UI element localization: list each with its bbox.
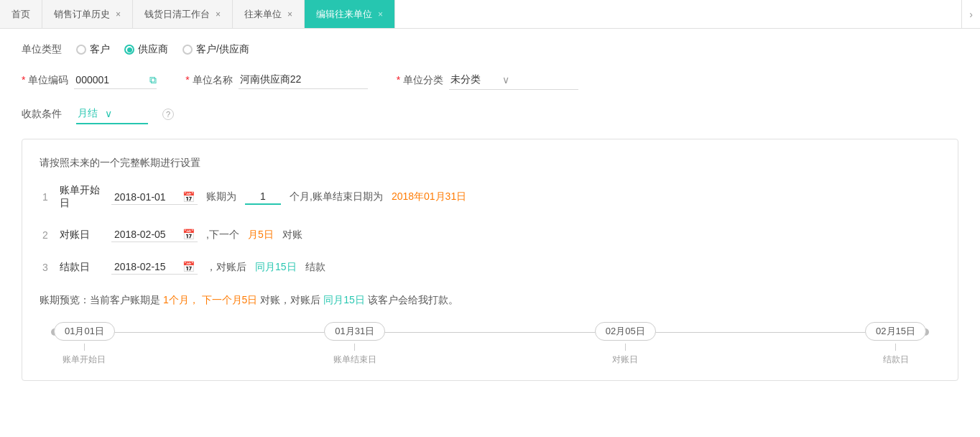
unit-name-input[interactable]: [239, 71, 368, 89]
copy-icon[interactable]: ⧉: [149, 74, 157, 86]
setting-row-2: 2 对账日 📅 ,下一个 月5日 对账: [40, 227, 940, 242]
payment-label: 收款条件: [22, 108, 62, 121]
radio-supplier-circle: [124, 45, 134, 55]
payment-value: 月结: [78, 107, 98, 120]
unit-type-radio-group: 客户 供应商 客户/供应商: [76, 43, 249, 56]
radio-both-label: 客户/供应商: [196, 43, 249, 56]
row-2-calendar-icon[interactable]: 📅: [182, 229, 195, 240]
timeline-point-4: 02月15日 结款日: [865, 322, 926, 366]
unit-code-input[interactable]: [74, 71, 146, 88]
timeline-label-1: 01月01日: [54, 322, 115, 341]
preview-part3: 同月15日: [323, 294, 365, 305]
payment-row: 收款条件 月结 ∨ ?: [22, 104, 958, 124]
row-1-calendar-icon[interactable]: 📅: [182, 191, 195, 203]
unit-name-label: 单位名称: [185, 74, 232, 87]
unit-category-select[interactable]: 未分类 ∨: [449, 70, 578, 90]
radio-customer-label: 客户: [90, 43, 110, 56]
row-1-num: 1: [40, 191, 51, 203]
row-1-date-input: 📅: [111, 190, 198, 205]
row-3-suffix: 结款: [305, 261, 325, 274]
tab-edit-partner-label: 编辑往来单位: [316, 8, 372, 21]
unit-info-row: 单位编码 ⧉ 单位名称 单位分类 未分类 ∨: [22, 70, 958, 90]
timeline-label-2: 01月31日: [324, 322, 385, 341]
row-1-field: 账单开始日: [60, 184, 103, 210]
timeline-desc-1: 账单开始日: [63, 354, 106, 366]
row-3-highlight: 同月15日: [255, 261, 297, 274]
timeline-point-2: 01月31日 账单结束日: [324, 322, 385, 366]
unit-code-label: 单位编码: [22, 74, 68, 87]
preview-part2: 下一个月5日: [202, 294, 258, 305]
tab-more-arrow[interactable]: ›: [961, 0, 980, 28]
help-icon[interactable]: ?: [162, 109, 174, 120]
row-3-calendar-icon[interactable]: 📅: [182, 261, 195, 272]
preview-prefix: 账期预览：当前客户账期是: [40, 294, 160, 305]
unit-type-row: 单位类型 客户 供应商 客户/供应商: [22, 43, 958, 56]
timeline-point-1: 01月01日 账单开始日: [54, 322, 115, 366]
preview-text: 账期预览：当前客户账期是 1个月， 下一个月5日 对账，对账后 同月15日 该客…: [40, 292, 940, 308]
tab-partner[interactable]: 往来单位 ×: [233, 0, 305, 28]
tab-home-label: 首页: [11, 8, 30, 21]
radio-both[interactable]: 客户/供应商: [182, 43, 249, 56]
timeline: 01月01日 账单开始日 01月31日 账单结束日 02月05日 对账日: [40, 322, 940, 366]
preview-part1: 1个月，: [163, 294, 199, 305]
timeline-connector-4: [895, 344, 896, 351]
radio-supplier-label: 供应商: [138, 43, 168, 56]
row-3-field: 结款日: [60, 261, 103, 274]
row-2-highlight: 月5日: [248, 229, 274, 242]
unit-code-field: ⧉: [74, 71, 157, 89]
row-1-period-label: 账期为: [206, 190, 236, 203]
setting-row-3: 3 结款日 📅 ，对账后 同月15日 结款: [40, 259, 940, 275]
tab-cashflow-close[interactable]: ×: [216, 9, 221, 19]
unit-category-chevron: ∨: [502, 74, 509, 86]
row-3-date[interactable]: [114, 261, 179, 272]
row-2-prefix: ,下一个: [206, 229, 239, 242]
radio-both-circle: [182, 45, 193, 55]
tab-sales-history[interactable]: 销售订单历史 ×: [42, 0, 133, 28]
timeline-connector-1: [84, 344, 85, 351]
section-title: 请按照未来的一个完整帐期进行设置: [40, 157, 940, 170]
unit-type-label: 单位类型: [22, 43, 62, 56]
preview-middle: 对账，对账后: [260, 294, 320, 305]
timeline-desc-2: 账单结束日: [333, 354, 376, 366]
radio-supplier[interactable]: 供应商: [124, 43, 168, 56]
row-2-field: 对账日: [60, 229, 103, 242]
timeline-desc-4: 结款日: [883, 354, 909, 366]
tab-edit-partner[interactable]: 编辑往来单位 ×: [305, 0, 395, 28]
timeline-label-3: 02月05日: [595, 322, 656, 341]
row-3-prefix: ，对账后: [206, 261, 246, 274]
unit-category-value: 未分类: [450, 73, 481, 86]
payment-select[interactable]: 月结 ∨: [76, 104, 148, 124]
tab-partner-close[interactable]: ×: [287, 9, 292, 19]
row-2-suffix: 对账: [282, 229, 302, 242]
tab-partner-label: 往来单位: [244, 8, 282, 21]
row-1-period-unit: 个月,账单结束日期为: [290, 190, 383, 203]
tab-cashflow-label: 钱货日清工作台: [144, 8, 210, 21]
radio-customer-circle: [76, 45, 86, 55]
timeline-connector-3: [625, 344, 626, 351]
row-2-num: 2: [40, 229, 51, 241]
row-3-num: 3: [40, 262, 51, 273]
row-1-date[interactable]: [114, 191, 179, 203]
preview-suffix: 该客户会给我打款。: [368, 294, 458, 305]
row-3-date-input: 📅: [111, 259, 198, 275]
row-2-date[interactable]: [114, 229, 179, 240]
radio-customer[interactable]: 客户: [76, 43, 110, 56]
unit-category-label: 单位分类: [397, 74, 443, 87]
timeline-desc-3: 对账日: [612, 354, 638, 366]
period-input[interactable]: [245, 189, 281, 205]
timeline-connector-2: [354, 344, 355, 351]
timeline-point-3: 02月05日 对账日: [595, 322, 656, 366]
timeline-label-4: 02月15日: [865, 322, 926, 341]
tab-sales-history-label: 销售订单历史: [54, 8, 110, 21]
tab-cashflow[interactable]: 钱货日清工作台 ×: [133, 0, 233, 28]
tab-home[interactable]: 首页: [0, 0, 42, 28]
settings-section: 请按照未来的一个完整帐期进行设置 1 账单开始日 📅 账期为 个月,账单结束日期…: [22, 139, 958, 381]
tab-edit-partner-close[interactable]: ×: [378, 9, 383, 19]
payment-chevron: ∨: [105, 108, 112, 119]
setting-row-1: 1 账单开始日 📅 账期为 个月,账单结束日期为 2018年01月31日: [40, 184, 940, 210]
row-2-date-input: 📅: [111, 227, 198, 242]
row-1-period-end: 2018年01月31日: [392, 190, 466, 203]
tab-bar: 首页 销售订单历史 × 钱货日清工作台 × 往来单位 × 编辑往来单位 × ›: [0, 0, 980, 29]
tab-sales-history-close[interactable]: ×: [116, 9, 121, 19]
main-content: 单位类型 客户 供应商 客户/供应商 单位编码 ⧉ 单位名: [0, 29, 980, 437]
